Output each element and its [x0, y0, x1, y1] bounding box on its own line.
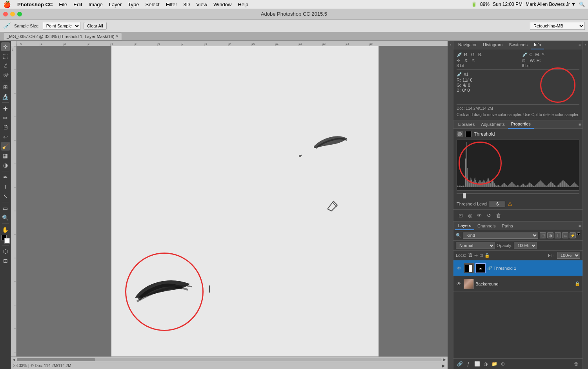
menu-photoshop[interactable]: Photoshop CC — [17, 2, 53, 7]
menu-layer[interactable]: Layer — [109, 2, 122, 7]
layers-panel-menu[interactable]: ≡ — [579, 224, 581, 228]
add-mask-button[interactable]: ⬜ — [473, 360, 481, 368]
view-previous-button[interactable]: ◎ — [466, 211, 474, 219]
close-button[interactable] — [3, 12, 8, 16]
menu-type[interactable]: Type — [128, 2, 139, 7]
pixel-filter-icon[interactable]: ⬚ — [540, 232, 546, 238]
link-layers-button[interactable]: 🔗 — [456, 360, 464, 368]
healing-tool[interactable]: ✚ — [1, 104, 10, 113]
lock-pixels-icon[interactable]: 🖼 — [468, 253, 473, 258]
type-filter-icon[interactable]: T — [555, 232, 561, 238]
tab-info[interactable]: Info — [531, 41, 544, 49]
tab-properties[interactable]: Properties — [508, 120, 534, 129]
gradient-tool[interactable]: ▦ — [1, 151, 10, 160]
new-group-button[interactable]: 📁 — [490, 360, 498, 368]
lock-artboards-icon[interactable]: ⊡ — [479, 253, 483, 258]
layer-row-background[interactable]: 👁 Background 🔒 — [453, 276, 583, 292]
magic-wand-tool[interactable]: 𝒲 — [1, 71, 10, 79]
menu-filter[interactable]: Filter — [166, 2, 177, 7]
delete-layer-button[interactable]: 🗑 — [572, 360, 580, 368]
color-swatch[interactable] — [1, 235, 10, 244]
marquee-tool[interactable]: ⬚ — [1, 52, 10, 60]
move-tool[interactable]: ✛ — [1, 42, 10, 51]
lock-all-icon[interactable]: 🔒 — [484, 253, 490, 258]
tab-channels[interactable]: Channels — [474, 222, 499, 230]
menu-view[interactable]: View — [196, 2, 207, 7]
adjustment-filter-icon[interactable]: ◑ — [547, 232, 553, 238]
new-fill-button[interactable]: ◑ — [482, 360, 490, 368]
new-layer-button[interactable]: ⊕ — [499, 360, 507, 368]
scroll-track[interactable] — [17, 358, 442, 361]
history-brush-tool[interactable]: ↩ — [1, 133, 10, 141]
background-color[interactable] — [4, 238, 10, 244]
reset-button[interactable]: ↺ — [485, 211, 493, 219]
menu-edit[interactable]: Edit — [73, 2, 82, 7]
collapse-right-arrow[interactable]: › — [585, 42, 586, 47]
layers-kind-select[interactable]: Kind — [463, 232, 538, 239]
brush-tool[interactable]: ✏ — [1, 114, 10, 122]
tab-histogram[interactable]: Histogram — [480, 41, 506, 49]
dodge-tool[interactable]: ◑ — [1, 161, 10, 169]
hand-tool[interactable]: ✋ — [1, 225, 10, 234]
sample-size-select[interactable]: Point Sample — [43, 22, 80, 30]
retouching-select[interactable]: Retouching-MB — [530, 22, 585, 30]
lock-position-icon[interactable]: ✛ — [474, 253, 478, 258]
warning-icon[interactable]: ⚠ — [508, 201, 513, 207]
layer-eye-background[interactable]: 👁 — [456, 281, 462, 287]
clip-to-layer-button[interactable]: ⊡ — [457, 211, 464, 219]
tab-close-button[interactable]: × — [116, 34, 118, 38]
apple-menu[interactable]: 🍎 — [3, 1, 11, 8]
pen-tool[interactable]: ✒ — [1, 173, 10, 182]
tab-swatches[interactable]: Swatches — [506, 41, 531, 49]
threshold-slider[interactable] — [457, 193, 579, 198]
layer-row-threshold[interactable]: 👁 🔗 — [453, 260, 583, 276]
search-icon[interactable]: 🔍 — [579, 2, 585, 7]
blend-mode-select[interactable]: Normal — [456, 242, 495, 249]
panel-right-collapse[interactable]: › — [583, 41, 588, 369]
add-style-button[interactable]: ƒ — [464, 360, 472, 368]
slider-thumb[interactable] — [463, 193, 466, 198]
delete-adjustment-button[interactable]: 🗑 — [494, 211, 502, 219]
text-tool[interactable]: T — [1, 182, 10, 191]
horizontal-scrollbar[interactable]: ◀ ▶ — [11, 356, 448, 362]
menu-3d[interactable]: 3D — [184, 2, 190, 7]
shape-tool[interactable]: ▭ — [1, 204, 10, 213]
clear-all-button[interactable]: Clear All — [84, 22, 107, 30]
maximize-button[interactable] — [17, 12, 22, 16]
minimize-button[interactable] — [10, 12, 15, 16]
menu-select[interactable]: Select — [145, 2, 159, 7]
props-panel-menu[interactable]: ≡ — [579, 122, 581, 127]
canvas-center-white[interactable] — [111, 46, 379, 356]
quick-mask-tool[interactable]: ⬡ — [1, 247, 10, 256]
status-arrow[interactable]: ▶ — [442, 364, 445, 368]
tab-paths[interactable]: Paths — [499, 222, 516, 230]
threshold-level-input[interactable] — [490, 201, 505, 207]
tab-adjustments[interactable]: Adjustments — [478, 120, 508, 129]
user-name[interactable]: Mark Allen Bowers Jr ▼ — [526, 2, 576, 7]
path-selection-tool[interactable]: ↖ — [1, 192, 10, 200]
tab-navigator[interactable]: Navigator — [455, 41, 480, 49]
zoom-tool[interactable]: 🔍 — [1, 213, 10, 222]
menu-file[interactable]: File — [59, 2, 67, 7]
filter-dot[interactable] — [577, 232, 580, 235]
menu-help[interactable]: Help — [238, 2, 248, 7]
crop-tool[interactable]: ⊞ — [1, 83, 10, 91]
collapse-arrow-top[interactable]: › — [450, 42, 451, 47]
canvas-area[interactable] — [16, 46, 448, 356]
document-tab[interactable]: _MG_0357.CR2 @ 33.3% (Threshold 1, Layer… — [3, 33, 122, 40]
panel-menu-icon[interactable]: ≡ — [579, 43, 581, 47]
scroll-thumb[interactable] — [17, 358, 95, 361]
clone-stamp-tool[interactable]: 🖹 — [1, 123, 10, 132]
layer-eye-threshold[interactable]: 👁 — [456, 265, 462, 271]
menu-window[interactable]: Window — [213, 2, 231, 7]
tab-libraries[interactable]: Libraries — [455, 120, 478, 129]
eyedropper-tool[interactable]: 🔬 — [1, 92, 10, 101]
screen-mode-tool[interactable]: ⊡ — [1, 256, 10, 265]
lasso-tool[interactable]: 𝓛 — [1, 61, 10, 70]
eye-visibility-button[interactable]: 👁 — [475, 211, 483, 219]
eraser-tool[interactable]: 🧹 — [1, 142, 10, 151]
menu-image[interactable]: Image — [89, 2, 103, 7]
opacity-select[interactable]: 100% — [514, 242, 537, 249]
tab-layers[interactable]: Layers — [455, 222, 474, 230]
fill-select[interactable]: 100% — [557, 252, 580, 259]
